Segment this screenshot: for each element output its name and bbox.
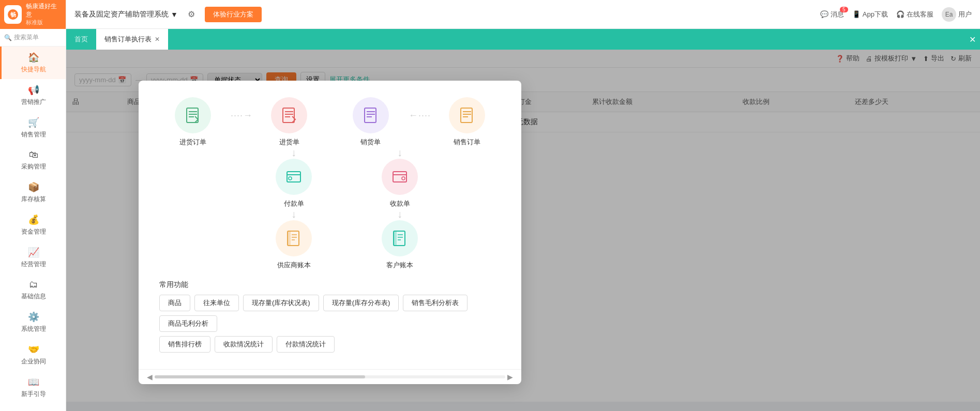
sidebar-item-purchase[interactable]: 🛍 采购管理 bbox=[0, 144, 66, 176]
func-btn-partner[interactable]: 往来单位 bbox=[194, 295, 239, 311]
svg-rect-14 bbox=[461, 108, 472, 123]
sidebar-item-inventory[interactable]: 📦 库存核算 bbox=[0, 176, 66, 209]
logo-icon: 畅 bbox=[4, 5, 22, 24]
func-btns-row-2: 销售排行榜 收款情况统计 付款情况统计 bbox=[159, 336, 501, 353]
sales-icon: 🛒 bbox=[28, 117, 39, 128]
func-btn-product[interactable]: 商品 bbox=[159, 295, 190, 311]
tab-home[interactable]: 首页 bbox=[66, 29, 96, 50]
content-area: ❓ 帮助 🖨 按模板打印 ▼ ⬆ 导出 ↻ 刷新 bbox=[66, 50, 980, 411]
popup-inner: 进货订单 · · · · → 进货单 bbox=[139, 81, 521, 369]
common-functions: 常用功能 商品 往来单位 现存量(库存状况表) 现存量(库存分布表) 销售毛利分… bbox=[159, 280, 501, 353]
node-sale-order: 销售订单 bbox=[433, 97, 501, 147]
func-btn-payment-stats[interactable]: 付款情况统计 bbox=[277, 336, 335, 353]
flow-row-2: 付款单 收款单 bbox=[260, 159, 501, 208]
sidebar-item-sales[interactable]: 🛒 销售管理 bbox=[0, 112, 66, 144]
sidebar-item-home[interactable]: 🏠 快捷导航 bbox=[0, 47, 66, 79]
purchase-bill-circle bbox=[271, 97, 307, 133]
management-icon: 📈 bbox=[28, 247, 39, 258]
payment-bill-circle bbox=[276, 159, 312, 195]
user-avatar-button[interactable]: Ea 用户 bbox=[942, 7, 972, 22]
tab-close-icon[interactable]: ✕ bbox=[155, 36, 160, 43]
flow-popup: 进货订单 · · · · → 进货单 bbox=[139, 81, 521, 384]
node-purchase-order: 进货订单 bbox=[159, 97, 227, 147]
trial-btn[interactable]: 体验行业方案 bbox=[205, 7, 262, 22]
func-btn-receipt-stats[interactable]: 收款情况统计 bbox=[215, 336, 273, 353]
svg-point-23 bbox=[402, 177, 405, 180]
func-btn-stock-dist[interactable]: 现存量(库存分布表) bbox=[323, 295, 399, 311]
customer-ledger-circle bbox=[382, 220, 418, 256]
node-sale-bill: 销货单 bbox=[337, 97, 404, 147]
receipt-bill-circle bbox=[382, 159, 418, 195]
func-btns-row-1: 商品 往来单位 现存量(库存状况表) 现存量(库存分布表) 销售毛利分析表 商品… bbox=[159, 295, 501, 332]
collab-icon: 🤝 bbox=[28, 344, 39, 355]
finance-icon: 💰 bbox=[28, 214, 39, 225]
svg-rect-25 bbox=[288, 231, 291, 246]
supplier-ledger-circle bbox=[276, 220, 312, 256]
system-title-dropdown[interactable]: 装备及固定资产辅助管理系统 ▼ bbox=[74, 10, 178, 19]
topbar-actions: 💬 消息 5 📱 App下载 🎧 在线客服 Ea 用户 bbox=[820, 7, 972, 22]
sidebar-search[interactable]: 🔍 搜索菜单 bbox=[0, 29, 66, 47]
scroll-left-arrow[interactable]: ◀ bbox=[147, 373, 153, 381]
inventory-icon: 📦 bbox=[28, 181, 39, 193]
tab-sales-execution[interactable]: 销售订单执行表 ✕ bbox=[96, 29, 168, 50]
node-purchase-bill: 进货单 bbox=[255, 97, 323, 147]
svg-point-20 bbox=[289, 177, 292, 180]
sale-bill-circle bbox=[353, 97, 389, 133]
search-icon: 🔍 bbox=[4, 34, 12, 41]
guide-icon: 📖 bbox=[28, 376, 39, 388]
home-icon: 🏠 bbox=[28, 52, 39, 63]
flow-row-arrows: ↓ ↓ bbox=[260, 147, 501, 159]
purchase-order-circle bbox=[175, 97, 211, 133]
message-button[interactable]: 💬 消息 5 bbox=[820, 10, 844, 19]
node-payment-bill: 付款单 bbox=[260, 159, 327, 208]
func-btn-margin-analysis[interactable]: 销售毛利分析表 bbox=[403, 295, 468, 311]
sidebar-item-basic-info[interactable]: 🗂 基础信息 bbox=[0, 274, 66, 306]
svg-text:畅: 畅 bbox=[10, 11, 16, 18]
func-btn-sales-rank[interactable]: 销售排行榜 bbox=[159, 336, 210, 353]
func-btn-product-margin[interactable]: 商品毛利分析 bbox=[159, 315, 217, 332]
svg-rect-10 bbox=[365, 108, 376, 123]
sidebar-nav: 🏠 快捷导航 📢 营销推广 🛒 销售管理 🛍 采购管理 📦 库存核算 💰 bbox=[0, 47, 66, 411]
sidebar-item-guide[interactable]: 📖 新手引导 bbox=[0, 371, 66, 404]
logo-text: 畅康通好生意 标准版 bbox=[26, 3, 62, 26]
scrollbar-track bbox=[155, 375, 505, 378]
sidebar-item-system[interactable]: ⚙️ 系统管理 bbox=[0, 306, 66, 339]
phone-icon: 📱 bbox=[852, 10, 861, 18]
flow-row-arrows-2: ↓ ↓ bbox=[260, 208, 501, 220]
sidebar-logo: 畅 畅康通好生意 标准版 bbox=[0, 0, 66, 29]
sidebar-item-management[interactable]: 📈 经营管理 bbox=[0, 241, 66, 274]
node-customer-ledger: 客户账本 bbox=[366, 220, 433, 270]
down-arrow-payment: ↓ bbox=[260, 147, 327, 159]
svg-rect-30 bbox=[394, 231, 397, 246]
message-icon: 💬 bbox=[820, 10, 828, 18]
down-arrow-customer: ↓ bbox=[366, 208, 433, 220]
arrow-h-1: · · · · → bbox=[227, 110, 255, 121]
purchase-icon: 🛍 bbox=[29, 149, 38, 160]
flow-row-1: 进货订单 · · · · → 进货单 bbox=[159, 97, 501, 147]
node-supplier-ledger: 供应商账本 bbox=[260, 220, 327, 270]
online-service-button[interactable]: 🎧 在线客服 bbox=[896, 10, 933, 19]
dropdown-arrow-icon: ▼ bbox=[171, 10, 178, 19]
sidebar-item-finance[interactable]: 💰 资金管理 bbox=[0, 209, 66, 241]
topbar: 装备及固定资产辅助管理系统 ▼ ⚙ 体验行业方案 💬 消息 5 📱 App下载 … bbox=[66, 0, 980, 29]
main-area: 装备及固定资产辅助管理系统 ▼ ⚙ 体验行业方案 💬 消息 5 📱 App下载 … bbox=[66, 0, 980, 411]
basic-info-icon: 🗂 bbox=[29, 279, 38, 290]
message-badge: 5 bbox=[840, 7, 848, 12]
common-functions-title: 常用功能 bbox=[159, 280, 501, 290]
popup-scrollbar: ◀ ▶ bbox=[139, 369, 521, 384]
overlay[interactable]: 进货订单 · · · · → 进货单 bbox=[66, 50, 980, 411]
down-arrow-supplier: ↓ bbox=[260, 208, 327, 220]
tabbar: 首页 销售订单执行表 ✕ ✕ bbox=[66, 29, 980, 50]
app-download-button[interactable]: 📱 App下载 bbox=[852, 10, 888, 19]
sale-order-circle bbox=[449, 97, 485, 133]
settings-button[interactable]: ⚙ bbox=[184, 7, 199, 22]
system-icon: ⚙️ bbox=[28, 311, 39, 323]
close-all-tabs-button[interactable]: ✕ bbox=[969, 35, 976, 44]
sidebar: 畅 畅康通好生意 标准版 🔍 搜索菜单 🏠 快捷导航 📢 营销推广 🛒 销售管理 bbox=[0, 0, 66, 411]
down-arrow-receipt: ↓ bbox=[366, 147, 433, 159]
service-icon: 🎧 bbox=[896, 10, 904, 18]
scroll-right-arrow[interactable]: ▶ bbox=[507, 373, 513, 381]
func-btn-stock-status[interactable]: 现存量(库存状况表) bbox=[243, 295, 319, 311]
sidebar-item-collab[interactable]: 🤝 企业协同 bbox=[0, 339, 66, 371]
sidebar-item-marketing[interactable]: 📢 营销推广 bbox=[0, 79, 66, 112]
